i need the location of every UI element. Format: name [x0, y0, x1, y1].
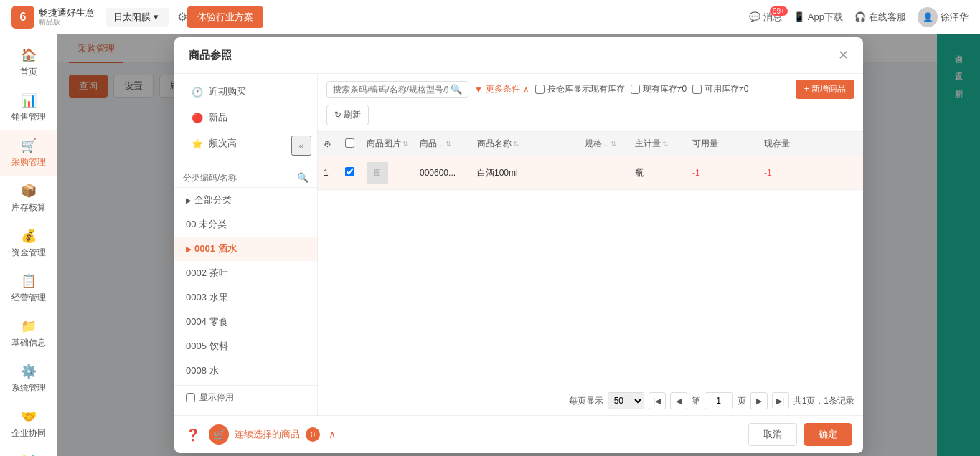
cart-section: 🛒 连续选择的商品 0 [209, 424, 320, 445]
purchase-icon: 🛒 [21, 138, 37, 153]
cell-name: 白酒100ml [471, 156, 579, 190]
sidebar-item-enterprise[interactable]: 🤝 企业协同 [0, 402, 57, 447]
modal-table: ⚙ 商品图片 ⇅ [318, 132, 863, 386]
left-nav-frequent[interactable]: ⭐ 频次高 [180, 131, 291, 156]
phone-icon: 📱 [793, 11, 805, 22]
collapse-up-icon[interactable]: ∧ [329, 429, 336, 440]
warehouse-stock-checkbox[interactable]: 按仓库显示现有库存 [535, 83, 625, 95]
cell-image: 图 [361, 156, 414, 190]
confirm-button[interactable]: 确定 [804, 423, 852, 446]
cell-stock: -1 [758, 156, 863, 190]
gear-icon[interactable]: ⚙ [177, 10, 187, 24]
help-icon[interactable]: ❓ [186, 428, 200, 442]
inventory-icon: 📦 [21, 183, 37, 199]
show-disabled-checkbox[interactable]: 显示停用 [186, 391, 306, 404]
top-nav: 6 畅捷通好生意 精品版 日太阳膜 ▾ ⚙ 体验行业方案 💬 消息 99+ 📱 … [0, 0, 980, 34]
available-nonzero-checkbox[interactable]: 可用库存≠0 [692, 83, 748, 95]
footer-buttons: 取消 确定 [748, 423, 852, 446]
modal-overlay: 商品参照 ✕ 🕐 近期购买 � [57, 34, 980, 456]
sidebar-item-basic-info[interactable]: 📁 基础信息 [0, 311, 57, 356]
nonzero-stock-checkbox[interactable]: 现有库存≠0 [631, 83, 687, 95]
more-filter-button[interactable]: ▼ 更多条件 ∧ [474, 83, 529, 95]
category-0008[interactable]: 0008 水 [174, 358, 317, 383]
sidebar-item-finance[interactable]: 💰 资金管理 [0, 221, 57, 266]
category-0001[interactable]: ▶ 0001 酒水 [174, 237, 317, 261]
category-0002[interactable]: 0002 茶叶 [174, 261, 317, 285]
modal-close-button[interactable]: ✕ [838, 47, 849, 63]
trial-button[interactable]: 体验行业方案 [187, 6, 263, 28]
home-icon: 🏠 [21, 47, 37, 63]
category-search-input[interactable] [183, 173, 297, 183]
settings-col-icon[interactable]: ⚙ [324, 139, 331, 149]
sidebar-item-sales[interactable]: 📊 销售管理 [0, 85, 57, 130]
main-content: 采购管理 查询 设置 刷新 查询 设置 刷新 商品参照 ✕ [57, 34, 980, 456]
col-checkbox [339, 132, 361, 156]
finance-icon: 💰 [21, 228, 37, 244]
nav-selector[interactable]: 日太阳膜 ▾ [106, 8, 169, 27]
add-product-button[interactable]: + 新增商品 [796, 80, 854, 99]
page-last-button[interactable]: ▶| [772, 392, 789, 409]
cell-seq: 1 [318, 156, 339, 190]
category-list: ▶ 全部分类 00 未分类 ▶ 0001 酒水 0002 茶 [174, 188, 317, 385]
product-search-icon[interactable]: 🔍 [451, 84, 462, 95]
row-checkbox[interactable] [345, 167, 354, 176]
col-name-header: 商品名称 ⇅ [471, 132, 579, 156]
system-icon: ⚙️ [21, 364, 37, 379]
avatar: 👤 [918, 7, 938, 27]
sidebar: 🏠 首页 📊 销售管理 🛒 采购管理 📦 库存核算 💰 资金管理 📋 经营管理 … [0, 34, 57, 456]
cancel-button[interactable]: 取消 [748, 423, 797, 446]
category-0003[interactable]: 0003 水果 [174, 285, 317, 310]
category-0005[interactable]: 0005 饮料 [174, 334, 317, 358]
product-reference-modal: 商品参照 ✕ 🕐 近期购买 � [174, 37, 863, 453]
sales-icon: 📊 [21, 92, 37, 108]
app-download-item[interactable]: 📱 App下载 [793, 11, 843, 24]
page-number-input[interactable] [705, 392, 733, 409]
cell-spec [579, 156, 629, 190]
customer-service-item[interactable]: 🎧 在线客服 [854, 11, 906, 24]
sidebar-item-system[interactable]: ⚙️ 系统管理 [0, 356, 57, 402]
product-search-input[interactable] [333, 85, 448, 95]
collapse-left-button[interactable]: « [291, 136, 311, 156]
show-disabled-check[interactable] [186, 393, 195, 402]
modal-body: 🕐 近期购买 🔴 新品 ⭐ 频次高 [174, 74, 863, 415]
category-00[interactable]: 00 未分类 [174, 212, 317, 237]
sidebar-item-inventory[interactable]: 📦 库存核算 [0, 176, 57, 221]
sidebar-item-purchase[interactable]: 🛒 采购管理 [0, 130, 57, 176]
product-search-box: 🔍 [326, 81, 468, 98]
cell-checkbox [339, 156, 361, 190]
user-profile[interactable]: 👤 徐泽华 [918, 7, 969, 27]
col-code-header: 商品... ⇅ [414, 132, 471, 156]
col-image-header: 商品图片 ⇅ [361, 132, 414, 156]
col-stock-header: 现存量 [758, 132, 863, 156]
col-available-header: 可用量 [687, 132, 758, 156]
sidebar-item-guide[interactable]: 🔰 新手引导 [0, 447, 57, 456]
modal-right-panel: 🔍 ▼ 更多条件 ∧ 按仓库显示现有库存 [318, 74, 863, 415]
refresh-icon: ↻ [334, 110, 341, 120]
page-next-button[interactable]: ▶ [750, 392, 768, 409]
left-nav-new[interactable]: 🔴 新品 [180, 105, 291, 130]
sidebar-item-home[interactable]: 🏠 首页 [0, 40, 57, 85]
table-row[interactable]: 1 图 000600... 白酒100ml [318, 156, 863, 190]
col-settings: ⚙ [318, 132, 339, 156]
product-table: ⚙ 商品图片 ⇅ [318, 132, 863, 190]
modal-toolbar: 🔍 ▼ 更多条件 ∧ 按仓库显示现有库存 [318, 74, 863, 132]
modal-left-bottom: 显示停用 [174, 385, 317, 409]
refresh-button[interactable]: ↻ 刷新 [326, 105, 369, 125]
category-0004[interactable]: 0004 零食 [174, 310, 317, 334]
logo: 6 畅捷通好生意 精品版 [11, 6, 95, 29]
cell-available: -1 [687, 156, 758, 190]
left-nav-recent[interactable]: 🕐 近期购买 [180, 80, 291, 104]
total-info: 共1页，1条记录 [793, 395, 854, 407]
cart-count-badge: 0 [306, 427, 320, 442]
message-item[interactable]: 💬 消息 99+ [749, 11, 782, 24]
modal-header: 商品参照 ✕ [174, 37, 863, 74]
category-all[interactable]: ▶ 全部分类 [174, 188, 317, 212]
select-all-checkbox[interactable] [345, 138, 354, 148]
category-search-icon[interactable]: 🔍 [297, 172, 308, 183]
per-page-select[interactable]: 50 100 200 [608, 392, 644, 409]
page-first-button[interactable]: |◀ [649, 392, 666, 409]
sidebar-item-operation[interactable]: 📋 经营管理 [0, 266, 57, 311]
page-prev-button[interactable]: ◀ [670, 392, 687, 409]
nav-right: 💬 消息 99+ 📱 App下载 🎧 在线客服 👤 徐泽华 [749, 7, 969, 27]
per-page-label: 每页显示 [569, 395, 603, 407]
